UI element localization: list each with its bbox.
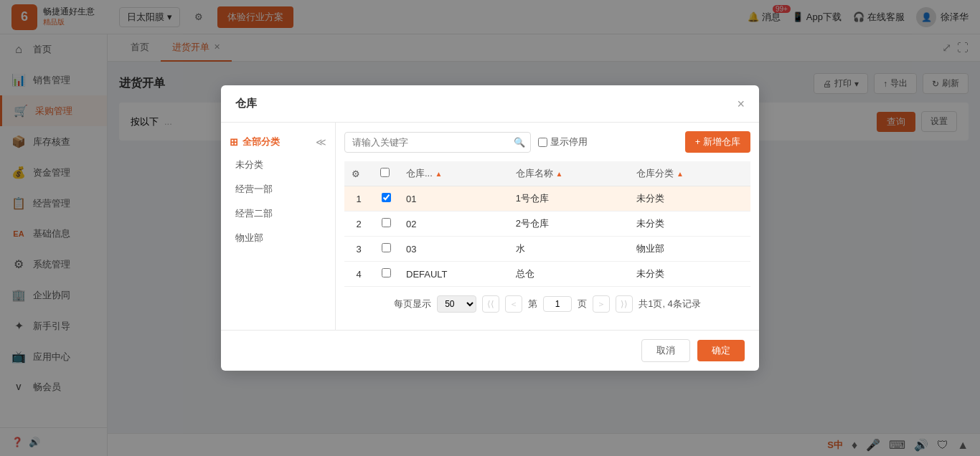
row-category: 未分类: [629, 262, 750, 287]
row-name: 总仓: [509, 262, 630, 287]
per-page-select[interactable]: 50 10 20 100: [437, 295, 476, 313]
add-warehouse-button[interactable]: + 新增仓库: [685, 131, 750, 153]
modal-overlay[interactable]: 仓库 × ⊞ 全部分类 ≪ 未分类 经营一部 经营二部 物业部: [0, 0, 980, 456]
table-row[interactable]: 1 01 1号仓库 未分类: [344, 186, 750, 212]
row-code: 01: [399, 186, 509, 212]
cat-item-dept1[interactable]: 经营一部: [221, 177, 335, 201]
search-input[interactable]: [344, 132, 531, 153]
confirm-button[interactable]: 确定: [697, 340, 745, 361]
row-name: 2号仓库: [509, 212, 630, 237]
sort-name-icon: ▲: [555, 170, 562, 178]
row-checkbox[interactable]: [373, 262, 399, 287]
row-code: 03: [399, 237, 509, 262]
row-code: 02: [399, 212, 509, 237]
show-disabled-label: 显示停用: [550, 136, 588, 148]
modal-body: ⊞ 全部分类 ≪ 未分类 经营一部 经营二部 物业部 🔍: [221, 123, 759, 330]
row-category: 未分类: [629, 212, 750, 237]
collapse-icon[interactable]: ≪: [316, 136, 326, 148]
col-category-header[interactable]: 仓库分类 ▲: [629, 161, 750, 186]
row-name: 1号仓库: [509, 186, 630, 212]
row-index: 4: [344, 262, 373, 287]
category-panel: ⊞ 全部分类 ≪ 未分类 经营一部 经营二部 物业部: [221, 123, 336, 330]
row-index: 1: [344, 186, 373, 212]
table-row[interactable]: 3 03 水 物业部: [344, 237, 750, 262]
col-name-header[interactable]: 仓库名称 ▲: [509, 161, 630, 186]
table-body: 1 01 1号仓库 未分类 2 02 2号仓库 未分类 3 03 水 物业部 4…: [344, 186, 750, 287]
show-disabled-wrap: 显示停用: [538, 136, 588, 148]
select-all-checkbox[interactable]: [380, 168, 390, 177]
total-info: 共1页, 4条记录: [639, 298, 701, 310]
row-checkbox[interactable]: [373, 237, 399, 262]
sort-code-icon: ▲: [435, 170, 442, 178]
prev-page-button[interactable]: ＜: [505, 295, 522, 313]
table-row[interactable]: 4 DEFAULT 总仓 未分类: [344, 262, 750, 287]
sort-cat-icon: ▲: [677, 170, 684, 178]
cancel-button[interactable]: 取消: [641, 339, 690, 362]
modal-search-bar: 🔍 显示停用 + 新增仓库: [344, 131, 750, 153]
pagination: 每页显示 50 10 20 100 ⟨⟨ ＜ 第 页 ＞ ⟩⟩ 共1页, 4条记…: [344, 287, 750, 321]
warehouse-modal: 仓库 × ⊞ 全部分类 ≪ 未分类 经营一部 经营二部 物业部: [221, 85, 759, 371]
row-index: 3: [344, 237, 373, 262]
cat-item-dept2[interactable]: 经营二部: [221, 201, 335, 226]
category-all: ⊞ 全部分类: [230, 136, 280, 148]
col-gear: ⚙: [344, 161, 373, 186]
modal-close-button[interactable]: ×: [737, 98, 745, 110]
next-page-button[interactable]: ＞: [593, 295, 610, 313]
last-page-button[interactable]: ⟩⟩: [616, 295, 633, 313]
col-check: [373, 161, 399, 186]
table-head: ⚙ 仓库... ▲ 仓库名称 ▲: [344, 161, 750, 186]
row-checkbox[interactable]: [373, 186, 399, 212]
row-category: 未分类: [629, 186, 750, 212]
first-page-button[interactable]: ⟨⟨: [482, 295, 499, 313]
row-code: DEFAULT: [399, 262, 509, 287]
content-panel: 🔍 显示停用 + 新增仓库 ⚙: [336, 123, 759, 330]
table-wrapper: ⚙ 仓库... ▲ 仓库名称 ▲: [344, 161, 750, 287]
search-icon[interactable]: 🔍: [514, 137, 525, 148]
modal-title: 仓库: [235, 97, 257, 110]
row-name: 水: [509, 237, 630, 262]
warehouse-table: ⚙ 仓库... ▲ 仓库名称 ▲: [344, 161, 750, 287]
row-category: 物业部: [629, 237, 750, 262]
modal-footer: 取消 确定: [221, 330, 759, 371]
category-all-header[interactable]: ⊞ 全部分类 ≪: [221, 131, 335, 153]
page-label: 第: [528, 298, 537, 310]
row-index: 2: [344, 212, 373, 237]
cat-item-uncategorized[interactable]: 未分类: [221, 153, 335, 177]
page-number-input[interactable]: [543, 296, 572, 312]
search-input-wrap: 🔍: [344, 132, 531, 153]
show-disabled-checkbox[interactable]: [538, 138, 547, 147]
category-all-label: 全部分类: [242, 136, 280, 148]
cat-item-property[interactable]: 物业部: [221, 226, 335, 250]
row-checkbox[interactable]: [373, 212, 399, 237]
table-row[interactable]: 2 02 2号仓库 未分类: [344, 212, 750, 237]
col-code-header[interactable]: 仓库... ▲: [399, 161, 509, 186]
grid-icon: ⊞: [230, 136, 238, 148]
modal-header: 仓库 ×: [221, 85, 759, 123]
page-suffix: 页: [578, 298, 587, 310]
per-page-label: 每页显示: [394, 298, 431, 310]
